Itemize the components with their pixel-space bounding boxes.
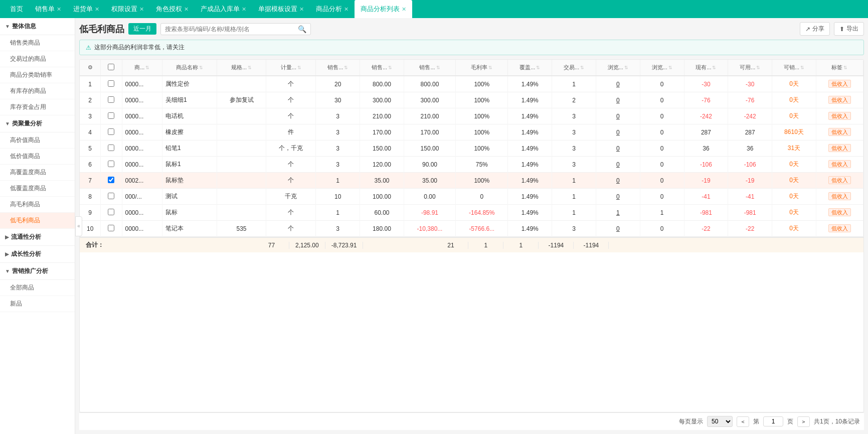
row-select-checkbox[interactable] bbox=[108, 112, 114, 119]
sidebar-group-cluster[interactable]: ▼ 类聚量分析 bbox=[0, 115, 75, 132]
sidebar-item-sales-products[interactable]: 销售类商品 bbox=[0, 35, 75, 51]
row-checkbox[interactable] bbox=[101, 140, 122, 157]
col-spec[interactable]: 规格...⇅ bbox=[217, 60, 266, 76]
row-select-checkbox[interactable] bbox=[108, 128, 114, 135]
nav-home[interactable]: 首页 bbox=[4, 0, 29, 18]
row-view1[interactable]: 0 bbox=[596, 92, 640, 108]
nav-analysis-list[interactable]: 商品分析列表 ✕ bbox=[355, 0, 412, 18]
nav-permission[interactable]: 权限设置 ✕ bbox=[105, 0, 150, 18]
sidebar-item-low-value[interactable]: 低价值商品 bbox=[0, 149, 75, 165]
row-view1[interactable]: 1 bbox=[596, 205, 640, 221]
nav-template-close[interactable]: ✕ bbox=[299, 6, 304, 13]
row-current: -76 bbox=[684, 92, 728, 108]
nav-template[interactable]: 单据模板设置 ✕ bbox=[252, 0, 310, 18]
row-checkbox[interactable] bbox=[101, 205, 122, 221]
col-sales-price[interactable]: 销售...⇅ bbox=[360, 60, 404, 76]
sidebar-item-low-coverage[interactable]: 低覆盖度商品 bbox=[0, 181, 75, 197]
col-checkbox[interactable] bbox=[101, 60, 122, 76]
row-select-checkbox[interactable] bbox=[108, 209, 114, 215]
row-checkbox[interactable] bbox=[101, 173, 122, 189]
next-page-button[interactable]: ＞ bbox=[797, 416, 810, 427]
row-view1[interactable]: 0 bbox=[596, 124, 640, 140]
prev-page-button[interactable]: ＜ bbox=[737, 416, 749, 427]
row-view1[interactable]: 0 bbox=[596, 157, 640, 173]
select-all-checkbox[interactable] bbox=[108, 64, 114, 70]
col-trade[interactable]: 交易...⇅ bbox=[552, 60, 596, 76]
row-select-checkbox[interactable] bbox=[108, 225, 114, 231]
row-checkbox[interactable] bbox=[101, 124, 122, 140]
nav-analysis[interactable]: 商品分析 ✕ bbox=[310, 0, 355, 18]
row-select-checkbox[interactable] bbox=[108, 80, 114, 87]
sidebar-item-high-coverage[interactable]: 高覆盖度商品 bbox=[0, 165, 75, 181]
row-sales-profit: 210.00 bbox=[404, 108, 455, 124]
nav-analysis-close[interactable]: ✕ bbox=[344, 6, 349, 13]
row-view1[interactable]: 0 bbox=[596, 173, 640, 189]
row-view1[interactable]: 0 bbox=[596, 108, 640, 124]
sidebar-item-low-profit[interactable]: 低毛利商品 bbox=[0, 213, 75, 229]
row-sales-price: 800.00 bbox=[360, 76, 404, 92]
col-available[interactable]: 可用...⇅ bbox=[728, 60, 772, 76]
nav-purchase-close[interactable]: ✕ bbox=[95, 6, 99, 13]
search-icon[interactable]: 🔍 bbox=[298, 25, 306, 33]
sidebar-group-flow[interactable]: ▶ 流通性分析 bbox=[0, 229, 75, 246]
row-checkbox[interactable] bbox=[101, 92, 122, 108]
nav-purchase[interactable]: 进货单 ✕ bbox=[67, 0, 105, 18]
row-checkbox[interactable] bbox=[101, 108, 122, 124]
col-settings[interactable]: ⚙ bbox=[80, 60, 101, 76]
col-name[interactable]: 商品名称⇅ bbox=[162, 60, 217, 76]
row-view1[interactable]: 0 bbox=[596, 189, 640, 205]
row-select-checkbox[interactable] bbox=[108, 193, 114, 199]
nav-role-close[interactable]: ✕ bbox=[184, 6, 189, 13]
row-trade: 1 bbox=[552, 205, 596, 221]
col-tag[interactable]: 标签⇅ bbox=[816, 60, 863, 76]
sidebar-item-in-stock[interactable]: 有库存的商品 bbox=[0, 83, 75, 99]
sidebar-group-marketing[interactable]: ▼ 营销推广分析 bbox=[0, 263, 75, 280]
nav-sales-close[interactable]: ✕ bbox=[57, 6, 61, 13]
period-button[interactable]: 近一月 bbox=[128, 23, 156, 35]
col-current[interactable]: 现有...⇅ bbox=[684, 60, 728, 76]
row-select-checkbox[interactable] bbox=[108, 96, 114, 103]
row-select-checkbox[interactable] bbox=[108, 144, 114, 151]
nav-permission-close[interactable]: ✕ bbox=[139, 6, 144, 13]
row-available: -30 bbox=[728, 76, 772, 92]
col-sales-profit[interactable]: 销售...⇅ bbox=[404, 60, 455, 76]
row-select-checkbox[interactable] bbox=[108, 177, 114, 183]
nav-product-entry-close[interactable]: ✕ bbox=[242, 6, 246, 13]
col-sellable[interactable]: 可销...⇅ bbox=[772, 60, 816, 76]
row-view1[interactable]: 0 bbox=[596, 76, 640, 92]
col-code[interactable]: 商...⇅ bbox=[122, 60, 162, 76]
sidebar-item-high-value[interactable]: 高价值商品 bbox=[0, 132, 75, 149]
row-checkbox[interactable] bbox=[101, 189, 122, 205]
col-view2[interactable]: 浏览...⇅ bbox=[640, 60, 684, 76]
search-input[interactable] bbox=[165, 26, 298, 33]
nav-sales[interactable]: 销售单 ✕ bbox=[29, 0, 67, 18]
row-checkbox[interactable] bbox=[101, 157, 122, 173]
sidebar-item-category-rate[interactable]: 商品分类助销率 bbox=[0, 67, 75, 83]
row-checkbox[interactable] bbox=[101, 221, 122, 237]
page-size-select[interactable]: 50 100 200 bbox=[707, 416, 733, 427]
sidebar-collapse-button[interactable]: « bbox=[75, 216, 82, 236]
page-input[interactable] bbox=[763, 416, 783, 426]
col-coverage[interactable]: 覆盖...⇅ bbox=[508, 60, 552, 76]
sidebar-item-new-products[interactable]: 新品 bbox=[0, 296, 75, 312]
export-icon: ⬆ bbox=[839, 26, 844, 33]
nav-product-entry[interactable]: 产成品入库单 ✕ bbox=[195, 0, 252, 18]
row-view1[interactable]: 0 bbox=[596, 140, 640, 157]
share-button[interactable]: ↗ 分享 bbox=[800, 22, 830, 36]
row-select-checkbox[interactable] bbox=[108, 161, 114, 167]
sidebar-item-high-profit[interactable]: 高毛利商品 bbox=[0, 197, 75, 213]
sidebar-item-all-products[interactable]: 全部商品 bbox=[0, 280, 75, 296]
sidebar-group-growth[interactable]: ▶ 成长性分析 bbox=[0, 246, 75, 263]
nav-role[interactable]: 角色授权 ✕ bbox=[150, 0, 195, 18]
sidebar-item-traded-products[interactable]: 交易过的商品 bbox=[0, 51, 75, 67]
row-view1[interactable]: 0 bbox=[596, 221, 640, 237]
row-checkbox[interactable] bbox=[101, 76, 122, 92]
sidebar-group-overall[interactable]: ▼ 整体信息 bbox=[0, 18, 75, 35]
col-unit[interactable]: 计量...⇅ bbox=[266, 60, 316, 76]
col-gross-rate[interactable]: 毛利率⇅ bbox=[456, 60, 508, 76]
export-button[interactable]: ⬆ 导出 bbox=[834, 22, 864, 36]
col-view1[interactable]: 浏览...⇅ bbox=[596, 60, 640, 76]
nav-analysis-list-close[interactable]: ✕ bbox=[402, 6, 406, 13]
sidebar-item-capital[interactable]: 库存资金占用 bbox=[0, 99, 75, 115]
col-sales-qty[interactable]: 销售...⇅ bbox=[316, 60, 360, 76]
